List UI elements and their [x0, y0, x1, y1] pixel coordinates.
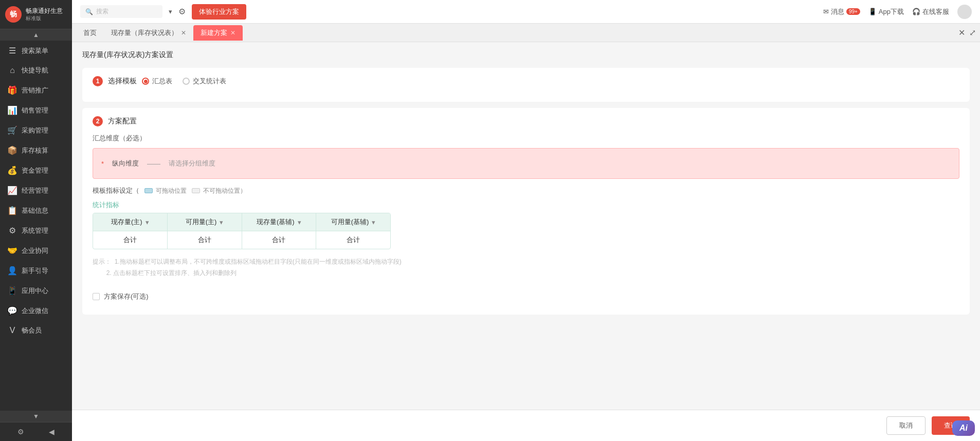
step2-badge: 2: [93, 116, 103, 126]
tab-new-plan-label: 新建方案: [201, 28, 227, 38]
message-icon: ✉: [823, 8, 829, 15]
sidebar-item-vip[interactable]: V 畅会员: [0, 321, 72, 340]
template-radio-group: 汇总表 交叉统计表: [142, 77, 226, 86]
save-checkbox[interactable]: [93, 293, 100, 300]
col-1-label: 可用量(主): [186, 217, 217, 227]
radio-summary-label: 汇总表: [152, 77, 172, 86]
indicators-section: 模板指标设定（ 可拖动位置 不可拖动位置） 统计指标: [93, 186, 959, 279]
sidebar-item-label: 营销推广: [22, 86, 48, 95]
col-3-dropdown[interactable]: ▾: [372, 218, 375, 226]
gear-icon: ⚙: [7, 226, 17, 235]
sidebar-item-marketing[interactable]: 🎁 营销推广: [0, 80, 72, 100]
sidebar-scroll-up[interactable]: ▲: [0, 29, 72, 41]
stats-header-col-2[interactable]: 现存量(基辅) ▾: [242, 213, 317, 231]
chart-icon: 📊: [7, 105, 17, 115]
sidebar-item-newbie[interactable]: 👤 新手引导: [0, 261, 72, 281]
gift-icon: 🎁: [7, 85, 17, 95]
tab-inventory-close[interactable]: ✕: [181, 29, 186, 36]
tab-home[interactable]: 首页: [76, 25, 104, 41]
cart-icon: 🛒: [7, 125, 17, 135]
window-expand-button[interactable]: ⤢: [969, 28, 976, 38]
operations-icon: 📈: [7, 186, 17, 195]
sidebar-item-label: 畅会员: [22, 326, 42, 335]
topbar-left: 🔍 搜索 ▾ ⚙ 体验行业方案: [80, 4, 246, 20]
radio-cross[interactable]: 交叉统计表: [183, 77, 226, 86]
app-download-icon: 📱: [868, 8, 877, 15]
indicators-label-text: 模板指标设定（: [93, 186, 139, 195]
sidebar-item-label: 销售管理: [22, 106, 48, 115]
sidebar-item-label: 基础信息: [22, 206, 48, 215]
sidebar-item-label: 库存核算: [22, 146, 48, 155]
avatar[interactable]: [957, 5, 972, 19]
tab-new-plan[interactable]: 新建方案 ✕: [193, 25, 243, 41]
settings-footer-icon[interactable]: ⚙: [17, 428, 24, 436]
sidebar-item-purchase[interactable]: 🛒 采购管理: [0, 120, 72, 140]
col-2-dropdown[interactable]: ▾: [298, 218, 301, 226]
col-3-label: 可用量(基辅): [331, 217, 369, 227]
step1-title: 选择模板: [108, 77, 137, 86]
sidebar-item-sales[interactable]: 📊 销售管理: [0, 100, 72, 120]
tips-section: 提示： 1.拖动标题栏可以调整布局，不可跨维度或指标区域拖动栏目字段(只能在同一…: [93, 256, 959, 279]
message-label: 消息: [831, 7, 844, 16]
stats-data-col-0: 合计: [93, 231, 168, 249]
sidebar-logo: 畅 畅康通好生意 标准版: [0, 0, 72, 29]
tip2: 2. 点击标题栏下拉可设置排序、插入列和删除列: [93, 268, 959, 279]
window-close-button[interactable]: ✕: [958, 28, 965, 38]
tab-inventory[interactable]: 现存量（库存状况表） ✕: [104, 25, 193, 41]
sidebar-item-label: 快捷导航: [22, 66, 48, 75]
dimension-placeholder[interactable]: 请选择分组维度: [169, 159, 215, 168]
trial-button[interactable]: 体验行业方案: [192, 4, 246, 20]
step1-header: 1 选择模板 汇总表 交叉统计表: [93, 76, 959, 86]
save-label: 方案保存(可选): [104, 292, 149, 301]
sidebar-item-app-center[interactable]: 📱 应用中心: [0, 281, 72, 301]
cancel-button[interactable]: 取消: [886, 416, 925, 435]
indicators-label: 模板指标设定（ 可拖动位置 不可拖动位置）: [93, 186, 959, 195]
sidebar-item-cooperation[interactable]: 🤝 企业协同: [0, 241, 72, 261]
dimension-box[interactable]: * 纵向维度 —— 请选择分组维度: [93, 148, 959, 179]
sidebar-item-finance[interactable]: 💰 资金管理: [0, 160, 72, 180]
sidebar-item-inventory[interactable]: 📦 库存核算: [0, 140, 72, 160]
non-draggable-legend-label: 不可拖动位置）: [203, 187, 246, 195]
topbar: 🔍 搜索 ▾ ⚙ 体验行业方案 ✉ 消息 99+ 📱 App下载 🎧 在线客服: [72, 0, 980, 24]
message-item[interactable]: ✉ 消息 99+: [823, 7, 860, 16]
stats-section: 统计指标 现存量(主) ▾ 可用量(主) ▾: [93, 200, 959, 249]
sidebar-item-system[interactable]: ⚙ 系统管理: [0, 220, 72, 241]
sidebar-footer: ⚙ ◀: [0, 422, 72, 441]
stats-header-row: 现存量(主) ▾ 可用量(主) ▾ 现存量(基辅) ▾: [93, 213, 390, 231]
sidebar-item-quick-nav[interactable]: ⌂ 快捷导航: [0, 61, 72, 80]
radio-summary-circle: [142, 78, 149, 85]
col-0-dropdown[interactable]: ▾: [146, 218, 149, 226]
stats-data-col-3: 合计: [316, 231, 390, 249]
sidebar-item-search-menu[interactable]: ☰ 搜索菜单: [0, 41, 72, 61]
logo-icon: 畅: [5, 6, 22, 23]
mobile-icon: 📱: [7, 286, 17, 296]
search-box[interactable]: 🔍 搜索: [80, 5, 162, 18]
vip-icon: V: [7, 326, 17, 335]
sidebar-item-basic-info[interactable]: 📋 基础信息: [0, 200, 72, 220]
app-edition: 标准版: [26, 15, 63, 22]
footer-save: 方案保存(可选): [93, 287, 959, 306]
tab-new-plan-close[interactable]: ✕: [230, 29, 235, 36]
dropdown-button[interactable]: ▾: [169, 8, 172, 15]
topbar-gear-icon[interactable]: ⚙: [178, 7, 186, 16]
stats-header-col-3[interactable]: 可用量(基辅) ▾: [316, 213, 390, 231]
draggable-legend: 可拖动位置: [144, 187, 187, 195]
step1-card: 1 选择模板 汇总表 交叉统计表: [82, 68, 970, 102]
step1-badge: 1: [93, 76, 103, 86]
customer-service-item[interactable]: 🎧 在线客服: [912, 7, 949, 16]
app-download-item[interactable]: 📱 App下载: [868, 7, 904, 16]
ai-badge[interactable]: Ai: [952, 420, 975, 436]
sidebar-item-operations[interactable]: 📈 经营管理: [0, 180, 72, 200]
sidebar-item-wechat[interactable]: 💬 企业微信: [0, 301, 72, 321]
col-1-dropdown[interactable]: ▾: [220, 218, 223, 226]
headset-icon: 🎧: [912, 8, 920, 15]
stats-header-col-0[interactable]: 现存量(主) ▾: [93, 213, 168, 231]
customer-service-label: 在线客服: [922, 7, 949, 16]
sidebar-scroll-down[interactable]: ▼: [0, 411, 72, 422]
sidebar-item-label: 新手引导: [22, 266, 48, 275]
sidebar-item-label: 系统管理: [22, 226, 48, 235]
handshake-icon: 🤝: [7, 246, 17, 255]
stats-header-col-1[interactable]: 可用量(主) ▾: [168, 213, 242, 231]
collapse-icon[interactable]: ◀: [49, 428, 55, 436]
radio-summary[interactable]: 汇总表: [142, 77, 172, 86]
